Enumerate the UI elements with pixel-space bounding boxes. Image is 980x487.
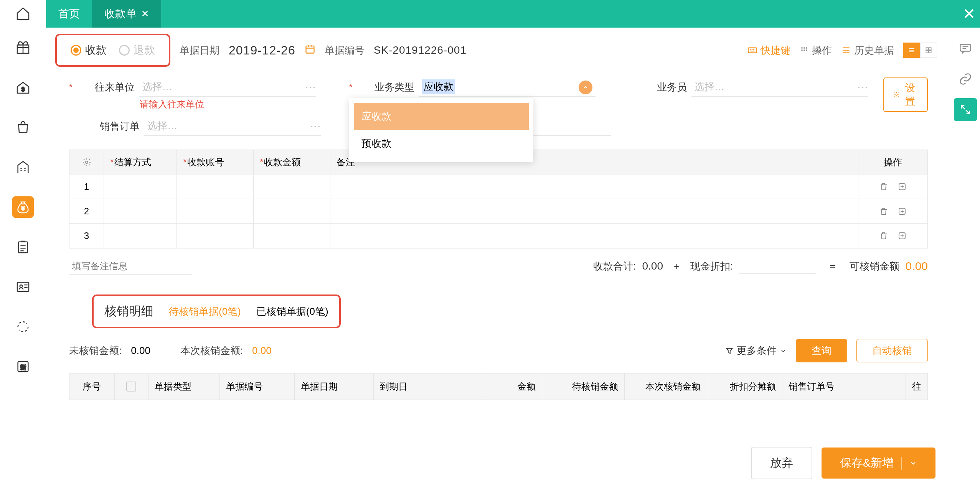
radio-receive[interactable]: 收款	[71, 43, 107, 58]
clerk-input[interactable]	[691, 77, 868, 97]
party-input[interactable]	[139, 77, 316, 97]
col-checkbox[interactable]	[115, 373, 148, 400]
verify-title: 核销明细	[104, 303, 153, 320]
chevron-down-icon[interactable]	[901, 457, 917, 470]
nav-new-icon[interactable]: 新	[12, 356, 34, 377]
radio-receive-label: 收款	[85, 43, 107, 58]
shortcut-link[interactable]: 快捷键	[747, 44, 790, 57]
sales-order-input[interactable]	[144, 117, 321, 136]
history-link[interactable]: 历史单据	[841, 44, 894, 57]
svg-point-5	[20, 285, 22, 288]
doc-date-label: 单据日期	[180, 44, 219, 57]
delete-icon[interactable]	[879, 182, 888, 191]
delete-icon[interactable]	[879, 231, 888, 240]
chevron-down-icon	[780, 347, 787, 354]
header-settle: *结算方式	[104, 150, 177, 174]
svg-point-21	[86, 161, 88, 163]
nav-gift-icon[interactable]	[12, 37, 34, 58]
home-icon[interactable]	[15, 6, 31, 21]
delete-icon[interactable]	[879, 207, 888, 216]
save-and-new-button[interactable]: 保存&新增	[822, 448, 935, 479]
plus-sign: +	[674, 260, 680, 272]
radio-refund-label: 退款	[134, 43, 155, 58]
tab-close-icon[interactable]: ✕	[141, 8, 149, 19]
sidebar-left: $ ¥ 新	[0, 28, 46, 487]
verify-tab-pending[interactable]: 待核销单据(0笔)	[169, 305, 241, 318]
cell-settle[interactable]	[104, 174, 177, 199]
remark-input[interactable]	[69, 258, 192, 275]
settings-button[interactable]: 设置	[883, 77, 928, 112]
nav-money-bag-icon[interactable]: ¥	[12, 196, 34, 218]
link-icon[interactable]	[954, 67, 977, 90]
svg-text:新: 新	[20, 364, 26, 370]
doc-num-value: SK-20191226-001	[374, 44, 467, 56]
party-error-text: 请输入往来单位	[140, 98, 316, 110]
svg-point-15	[806, 49, 807, 51]
more-conditions-label: 更多条件	[737, 344, 777, 357]
window-close-icon[interactable]: ✕	[959, 0, 980, 28]
biz-option-receivable[interactable]: 应收款	[354, 103, 529, 130]
discount-label: 现金折扣:	[690, 260, 733, 273]
chevron-up-icon[interactable]	[579, 81, 592, 94]
checkbox-icon[interactable]	[126, 382, 136, 392]
required-star: *	[349, 82, 353, 92]
biz-type-select[interactable]: 应收款	[419, 77, 596, 97]
nav-idcard-icon[interactable]	[12, 276, 34, 298]
history-label: 历史单据	[854, 44, 894, 57]
list-icon	[841, 45, 851, 55]
cell-note[interactable]	[330, 174, 858, 199]
party-field: * 往来单位 ⋯	[69, 77, 316, 97]
auto-verify-button[interactable]: 自动核销	[856, 339, 928, 362]
tab-home[interactable]: 首页	[46, 0, 92, 28]
settings-label: 设置	[902, 81, 918, 108]
logo-cell	[0, 0, 46, 28]
svg-rect-17	[929, 48, 931, 50]
header-gear[interactable]	[69, 150, 104, 174]
nav-building-icon[interactable]	[12, 156, 34, 178]
nav-bag-icon[interactable]	[12, 117, 34, 138]
doc-date-value[interactable]: 2019-12-26	[229, 43, 295, 58]
nav-clipboard-icon[interactable]	[12, 236, 34, 258]
header-account: *收款账号	[177, 150, 254, 174]
col-num: 单据编号	[220, 373, 295, 400]
total-label: 收款合计:	[593, 260, 636, 273]
add-icon[interactable]	[898, 182, 907, 191]
radio-checked-icon	[71, 45, 81, 56]
col-due: 到期日	[374, 373, 482, 400]
view-grid-icon[interactable]	[920, 43, 937, 58]
discard-button[interactable]: 放弃	[751, 447, 812, 479]
search-button[interactable]: 查询	[796, 339, 847, 362]
clerk-picker-icon[interactable]: ⋯	[857, 81, 868, 94]
total-value: 0.00	[642, 260, 663, 272]
nav-refresh-icon[interactable]	[12, 316, 34, 337]
cell-account[interactable]	[177, 174, 254, 199]
svg-rect-18	[926, 51, 928, 53]
add-icon[interactable]	[898, 207, 907, 216]
tab-receipt[interactable]: 收款单 ✕	[92, 0, 161, 28]
calendar-icon[interactable]	[305, 44, 315, 57]
verify-filter-row: 未核销金额: 0.00 本次核销金额: 0.00 更多条件 查询 自动核销	[46, 328, 951, 373]
feedback-icon[interactable]	[954, 37, 977, 60]
biz-option-advance[interactable]: 预收款	[354, 130, 529, 157]
cell-amount[interactable]	[254, 174, 330, 199]
operate-link[interactable]: 操作	[800, 44, 832, 57]
view-list-icon[interactable]	[903, 43, 920, 58]
add-icon[interactable]	[898, 231, 907, 240]
save-label: 保存&新增	[840, 455, 894, 471]
operate-label: 操作	[812, 44, 832, 57]
biz-type-field: * 业务类型 应收款 应收款 预收款	[349, 77, 596, 97]
svg-text:¥: ¥	[21, 206, 25, 211]
col-date: 单据日期	[295, 373, 373, 400]
radio-refund[interactable]: 退款	[119, 43, 155, 58]
party-picker-icon[interactable]: ⋯	[305, 81, 316, 94]
expand-icon[interactable]	[954, 98, 977, 121]
more-conditions-toggle[interactable]: 更多条件	[725, 344, 787, 357]
col-seq: 序号	[69, 373, 115, 400]
receipt-type-radio-group: 收款 退款	[55, 34, 170, 67]
col-this: 本次核销金额	[625, 373, 707, 400]
nav-house-dollar-icon[interactable]: $	[12, 77, 34, 98]
discount-input[interactable]	[739, 258, 816, 274]
verify-tab-done[interactable]: 已核销单据(0笔)	[256, 305, 328, 318]
svg-rect-16	[926, 48, 928, 50]
sales-order-picker-icon[interactable]: ⋯	[310, 120, 321, 133]
